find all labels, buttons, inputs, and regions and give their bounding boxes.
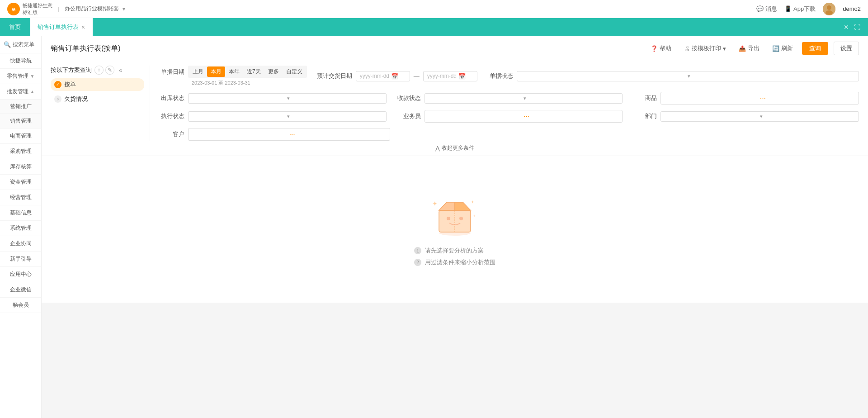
print-arrow: ▾ <box>723 45 726 52</box>
sidebar: 🔍 搜索菜单 快捷导航 零售管理 ▼ 批发管理 ▲ 营销推广 销售管理 电商管理… <box>0 36 42 418</box>
page-title: 销售订单执行表(按单) <box>51 44 121 53</box>
username[interactable]: demo2 <box>843 5 861 12</box>
avatar[interactable] <box>823 3 835 15</box>
filter-dept-field: 部门 ▾ <box>632 110 859 123</box>
window-close-btn[interactable]: ✕ <box>843 24 850 31</box>
date-tab-7days[interactable]: 近7天 <box>243 66 264 77</box>
salesman-dots[interactable]: ··· <box>524 112 618 120</box>
print-icon: 🖨 <box>684 45 690 52</box>
empty-hint-1: 1 请先选择要分析的方案 <box>414 247 495 255</box>
date-range-display: 2023-03-01 至 2023-03-31 <box>192 80 250 86</box>
dept-arrow: ▾ <box>760 114 855 119</box>
sidebar-search[interactable]: 🔍 搜索菜单 <box>0 36 41 53</box>
filter-doc-status-field: 单据状态 ▾ <box>488 66 859 86</box>
sidebar-item-inventory[interactable]: 库存核算 <box>0 159 41 175</box>
sidebar-item-ecommerce[interactable]: 电商管理 <box>0 128 41 144</box>
collapse-more-btn[interactable]: ⋀ 收起更多条件 <box>51 141 859 156</box>
collect-status-arrow: ▾ <box>524 95 618 101</box>
goods-dots[interactable]: ··· <box>760 94 855 102</box>
template-print-btn[interactable]: 🖨 按模板打印 ▾ <box>680 43 730 54</box>
export-btn[interactable]: 📤 导出 <box>735 43 763 54</box>
sidebar-item-purchase[interactable]: 采购管理 <box>0 144 41 159</box>
empty-hint-2: 2 用过滤条件来缩小分析范围 <box>414 258 495 266</box>
expected-date-start[interactable]: yyyy-mm-dd 📅 <box>356 71 410 81</box>
refresh-btn[interactable]: 🔄 刷新 <box>769 43 797 54</box>
empty-num-2: 2 <box>414 259 421 266</box>
dept-label: 部门 <box>632 112 657 120</box>
sidebar-item-corp-wechat[interactable]: 企业微信 <box>0 282 41 298</box>
doc-status-select[interactable]: ▾ <box>517 71 859 81</box>
sidebar-item-basic-info[interactable]: 基础信息 <box>0 205 41 221</box>
query-btn[interactable]: 查询 <box>802 42 828 55</box>
tab-close-icon[interactable]: × <box>81 24 85 30</box>
tab-home[interactable]: 首页 <box>0 18 30 36</box>
svg-text:✦: ✦ <box>432 200 438 207</box>
sidebar-item-system[interactable]: 系统管理 <box>0 221 41 236</box>
message-btn[interactable]: 💬 消息 <box>756 5 777 13</box>
empty-state: ✦ ✦ ✦ 1 请先选择要分析的方案 2 用过滤条件来缩小分析范围 <box>42 156 868 303</box>
window-maximize-btn[interactable]: ⛶ <box>854 24 861 31</box>
help-btn[interactable]: ❓ 帮助 <box>647 43 675 54</box>
sidebar-item-finance[interactable]: 资金管理 <box>0 175 41 190</box>
sidebar-item-corp[interactable]: 企业协同 <box>0 236 41 252</box>
sidebar-item-marketing[interactable]: 营销推广 <box>0 100 41 114</box>
out-status-arrow: ▾ <box>287 95 382 101</box>
wholesale-arrow: ▲ <box>30 89 35 94</box>
sidebar-item-quicknav[interactable]: 快捷导航 <box>0 53 41 69</box>
sidebar-retail-header[interactable]: 零售管理 ▼ <box>0 69 41 84</box>
sidebar-item-appstore[interactable]: 应用中心 <box>0 267 41 282</box>
scheme-dot-1: ○ <box>54 95 61 103</box>
collect-status-label: 收款状态 <box>396 94 421 102</box>
filter-panel-inner: 按以下方案查询 + ✎ « ✓ 按单 ○ 欠货情况 <box>51 66 859 141</box>
page-actions: ❓ 帮助 🖨 按模板打印 ▾ 📤 导出 🔄 刷新 查询 设置 <box>647 42 859 55</box>
collect-status-select[interactable]: ▾ <box>425 93 623 104</box>
top-header: 畅 畅捷通好生意 标准版 | 办公用品行业模拟账套 ▾ 💬 消息 📱 App下载… <box>0 0 868 18</box>
scheme-item-0[interactable]: ✓ 按单 <box>51 78 144 91</box>
filter-row-3: 执行状态 ▾ 业务员 ··· <box>159 110 859 123</box>
filter-row-4: 客户 ··· <box>159 128 859 141</box>
app-download-btn[interactable]: 📱 App下载 <box>784 5 816 13</box>
filter-panel: 按以下方案查询 + ✎ « ✓ 按单 ○ 欠货情况 <box>42 60 868 156</box>
date-tab-last-month[interactable]: 上月 <box>189 66 207 77</box>
add-scheme-btn[interactable]: + <box>94 66 104 75</box>
search-text: 搜索菜单 <box>13 41 34 48</box>
filter-customer-field: 客户 ··· <box>159 128 390 141</box>
date-tab-this-year[interactable]: 本年 <box>225 66 243 77</box>
scheme-item-1[interactable]: ○ 欠货情况 <box>51 93 144 105</box>
sidebar-item-newbie[interactable]: 新手引导 <box>0 252 41 267</box>
tab-label: 销售订单执行表 <box>38 23 79 31</box>
edit-scheme-btn[interactable]: ✎ <box>105 66 114 75</box>
settings-btn[interactable]: 设置 <box>834 42 859 55</box>
tab-sales-exec[interactable]: 销售订单执行表 × <box>30 18 93 36</box>
goods-input[interactable]: ··· <box>660 92 859 104</box>
customer-dots[interactable]: ··· <box>289 130 386 138</box>
refresh-icon: 🔄 <box>772 45 779 52</box>
sidebar-item-member[interactable]: 畅会员 <box>0 298 41 313</box>
out-status-select[interactable]: ▾ <box>188 93 387 104</box>
header-left: 畅 畅捷通好生意 标准版 | 办公用品行业模拟账套 ▾ <box>7 2 125 15</box>
sidebar-item-sales-mgmt[interactable]: 销售管理 <box>0 114 41 128</box>
sidebar-item-operation[interactable]: 经营管理 <box>0 190 41 205</box>
filter-exec-status-field: 执行状态 ▾ <box>159 110 387 123</box>
salesman-input[interactable]: ··· <box>425 110 623 123</box>
collapse-scheme-btn[interactable]: « <box>116 66 125 75</box>
breadcrumb-dropdown[interactable]: ▾ <box>123 6 125 12</box>
filter-goods-field: 商品 ··· <box>632 92 859 104</box>
date-tab-this-month[interactable]: 本月 <box>207 66 225 77</box>
filter-row-2: 出库状态 ▾ 收款状态 ▾ <box>159 92 859 104</box>
breadcrumb-text: 办公用品行业模拟账套 <box>65 5 119 13</box>
content-area: 销售订单执行表(按单) ❓ 帮助 🖨 按模板打印 ▾ 📤 导出 🔄 刷新 <box>42 36 868 418</box>
dept-select[interactable]: ▾ <box>660 111 859 122</box>
expected-date-end[interactable]: yyyy-mm-dd 📅 <box>423 71 477 81</box>
scheme-label-1: 欠货情况 <box>64 95 88 103</box>
svg-text:畅: 畅 <box>12 8 15 12</box>
date-tab-custom[interactable]: 自定义 <box>283 66 306 77</box>
exec-status-arrow: ▾ <box>287 114 382 119</box>
sidebar-wholesale-header[interactable]: 批发管理 ▲ <box>0 84 41 100</box>
date-tab-more[interactable]: 更多 <box>264 66 283 77</box>
svg-point-3 <box>827 5 831 10</box>
customer-input[interactable]: ··· <box>188 128 390 141</box>
breadcrumb-sep: | <box>58 5 59 12</box>
svg-text:✦: ✦ <box>473 214 476 218</box>
exec-status-select[interactable]: ▾ <box>188 111 387 122</box>
